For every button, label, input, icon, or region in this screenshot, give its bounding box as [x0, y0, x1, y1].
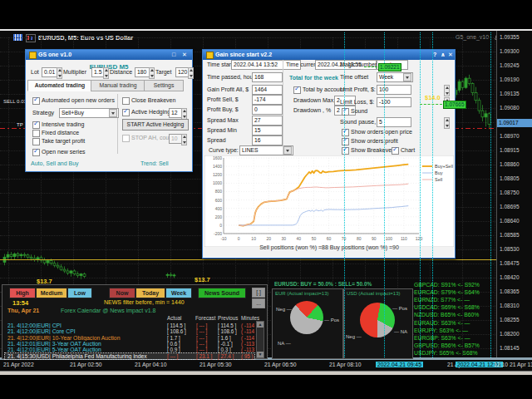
- news-row[interactable]: 21. 4|15:30|USD| Philadelphia Fed Manufa…: [5, 353, 254, 359]
- news-value-minutes: ( 95 ): [241, 353, 254, 359]
- gs-param-target-arrows[interactable]: [188, 67, 194, 79]
- gain-collapse-icon[interactable]: ∧: [441, 50, 446, 60]
- news-scrollbar[interactable]: ▲ ▼: [256, 321, 264, 358]
- gain-show-breakeven-checkbox[interactable]: ✓: [342, 147, 349, 155]
- gain-curve-select-arrow[interactable]: [283, 146, 292, 155]
- gs-param-multiplier-arrows[interactable]: [103, 67, 109, 79]
- gs-close-breakeven-checkbox[interactable]: [122, 97, 130, 105]
- gain-limit-loss[interactable]: -100: [377, 97, 411, 107]
- news-filter-medium[interactable]: Medium: [36, 288, 67, 298]
- news-small-button-0[interactable]: [.]: [252, 288, 265, 298]
- news-row[interactable]: 21. 4|12:01|EUR| 5-Year OAT Auction[ 0.9…: [5, 347, 254, 352]
- eur-impact-pie: [290, 301, 323, 334]
- price-axis-label: 1.08475: [500, 260, 520, 266]
- strength-pair: EURNZD: S77% <- —: [414, 297, 470, 303]
- gain-limit-profit[interactable]: 100: [377, 85, 411, 95]
- gs-stop-ah-count-arrows[interactable]: [181, 134, 187, 145]
- check-icon: ✓: [33, 96, 39, 103]
- gain-field-2[interactable]: 1464: [252, 85, 283, 95]
- gs-maximize-icon[interactable]: □: [172, 50, 175, 60]
- news-sound-button[interactable]: News Sound: [198, 288, 246, 298]
- time-axis-highlight: 2022.04.21 09:45: [376, 362, 423, 367]
- gs-one-dialog[interactable]: GS one v1.0 □ ✕ EURUSD M5 Lot0.01Multipl…: [25, 49, 193, 172]
- gs-stop-ah-checkbox[interactable]: [122, 135, 130, 142]
- gain-chart: -20002004006008001000120014001600-100102…: [204, 155, 454, 247]
- gain-dialog[interactable]: Gain since start v2.2 ? ∧ ✕ Time start20…: [202, 49, 456, 259]
- gain-help-icon[interactable]: ?: [433, 50, 436, 60]
- svg-text:50: 50: [312, 236, 317, 241]
- gain-field-5[interactable]: 27: [252, 116, 283, 126]
- gain-time-offset-select-arrow[interactable]: [403, 73, 411, 81]
- price-axis[interactable]: 1.093551.093001.092451.091901.091351.090…: [496, 31, 532, 357]
- svg-text:10: 10: [251, 236, 256, 241]
- news-value-forecast: [ --- ]: [196, 347, 207, 352]
- gs-param-lot-arrows[interactable]: [57, 67, 62, 79]
- gain-field-6[interactable]: 15: [252, 126, 283, 135]
- news-range-now[interactable]: Now: [109, 288, 135, 298]
- gain-field-label: Spread Max: [207, 117, 239, 123]
- gs-auto-open-checkbox[interactable]: ✓: [32, 97, 40, 105]
- tab-automated-trading[interactable]: Automated trading: [27, 80, 92, 91]
- gain-total-by-account-checkbox[interactable]: ✓: [293, 86, 301, 94]
- gs-dialog-icon: [29, 52, 37, 59]
- gs-intensive-checkbox[interactable]: ✓: [32, 121, 40, 129]
- gs-param-lot[interactable]: 0.01: [42, 67, 58, 77]
- tab-settings[interactable]: Settings: [144, 80, 184, 91]
- news-range-week[interactable]: Week: [165, 288, 192, 298]
- check-icon: ✓: [294, 85, 300, 92]
- news-range-today[interactable]: Today: [135, 288, 165, 298]
- chart-window: EURUSD, M5: Euro vs US Dollar G5_one_v10…: [0, 29, 532, 374]
- gs-param-distance-arrows[interactable]: [149, 67, 155, 79]
- price-axis-label: 1.09245: [500, 62, 520, 68]
- gain-sound-checkbox[interactable]: ✓: [342, 108, 349, 116]
- news-filter-low[interactable]: Low: [67, 288, 92, 298]
- gain-field-1[interactable]: 168: [252, 72, 283, 82]
- gain-sound-pause-arrows[interactable]: [444, 117, 450, 129]
- news-row[interactable]: 21. 4|12:00|EUR| Core CPI[ 108.6 ][ --- …: [5, 328, 254, 334]
- gain-chart-toggle-checkbox[interactable]: ✓: [392, 147, 399, 155]
- news-col-header: Previous: [218, 315, 239, 321]
- check-icon: ✓: [392, 145, 398, 153]
- gs-active-hedging-pct-arrows[interactable]: [181, 108, 187, 120]
- check-icon: ✓: [342, 127, 348, 135]
- usd-pie-title: USD (Actual impact=13): [347, 291, 401, 296]
- tab-manual-trading[interactable]: Manual trading: [91, 80, 145, 91]
- time-axis[interactable]: 21 Apr 202221 Apr 02:5021 Apr 04:1021 Ap…: [0, 360, 532, 370]
- scroll-down-icon[interactable]: ▼: [257, 352, 264, 357]
- eur-pie-label-pos: — Pos: [324, 318, 339, 323]
- gs-active-hedging-checkbox[interactable]: ✓: [122, 109, 130, 116]
- usd-pie-label-neg: Neg —: [346, 334, 362, 339]
- gs-strategy-select-arrow[interactable]: [109, 109, 117, 117]
- gs-param-label: Multiplier: [63, 69, 86, 75]
- gain-field-7[interactable]: 16: [252, 135, 283, 145]
- gs-close-icon[interactable]: ✕: [182, 50, 187, 60]
- gs-fixed-distance-checkbox[interactable]: [32, 130, 40, 137]
- breakeven-line[interactable]: [0, 259, 496, 260]
- strength-pair: GBPCAD: S91% <- S92%: [414, 282, 480, 288]
- news-row[interactable]: 21. 4|12:01|EUR| 3-Year OAT Auction[ 0.6…: [5, 341, 254, 347]
- gain-field-4[interactable]: 0: [252, 105, 283, 115]
- news-filter-high[interactable]: High: [9, 288, 36, 298]
- gs-dialog-titlebar[interactable]: GS one v1.0 □ ✕: [26, 50, 192, 60]
- gain-sound-pause[interactable]: 5: [377, 117, 411, 127]
- gain-dialog-titlebar[interactable]: Gain since start v2.2 ? ∧ ✕: [203, 50, 455, 60]
- gs-open-series-checkbox[interactable]: ✓: [32, 149, 40, 156]
- gain-field-label: Spread Min: [207, 127, 237, 133]
- usd-pie-label-na: — NA: [394, 329, 407, 334]
- news-value-forecast: [ --- ]: [196, 323, 207, 328]
- news-small-button-1[interactable]: ...: [252, 298, 265, 308]
- gain-show-breakeven-label: Show Breakeven: [351, 147, 395, 153]
- sell-order-label: SELL 0.01: [3, 99, 27, 104]
- gs-param-label: Target: [155, 69, 171, 75]
- gain-field-3[interactable]: -174: [252, 95, 283, 105]
- gs-take-target-checkbox[interactable]: [32, 138, 40, 145]
- gain-show-open-checkbox[interactable]: ✓: [342, 129, 349, 136]
- news-row[interactable]: 21. 4|12:00|EUR| CPI[ 114.5 ][ --- ][ 11…: [5, 323, 254, 328]
- scroll-up-icon[interactable]: ▲: [257, 322, 264, 328]
- gs-start-hedging-button[interactable]: START Active Hedging: [122, 119, 189, 131]
- gain-show-profit-checkbox[interactable]: ✓: [342, 138, 349, 145]
- news-event-text: 21. 4|15:30|USD| Philadelphia Fed Manufa…: [7, 353, 167, 359]
- gain-close-icon[interactable]: ✕: [448, 50, 453, 60]
- news-row[interactable]: 21. 4|12:00|EUR| 10-Year Obligacion Auct…: [5, 335, 254, 341]
- gain-limit-profit-arrows[interactable]: [444, 85, 450, 96]
